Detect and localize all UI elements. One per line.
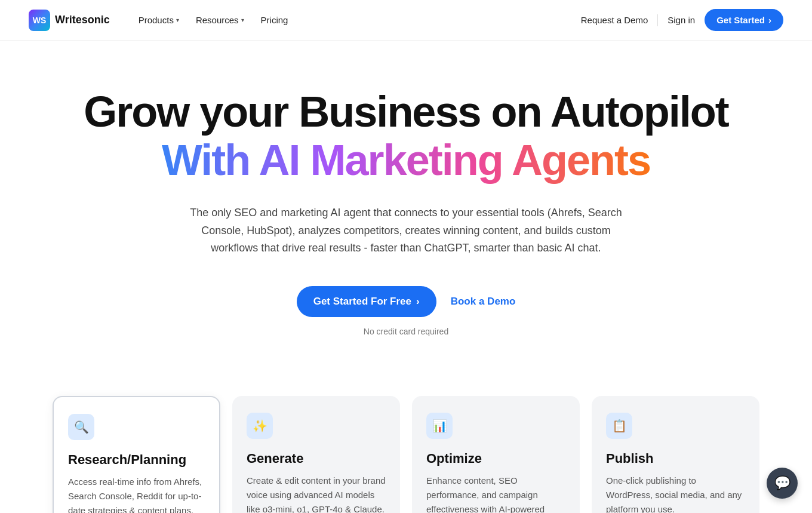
get-started-button[interactable]: Get Started › bbox=[705, 9, 783, 31]
card-research-title: Research/Planning bbox=[68, 452, 205, 468]
card-publish-desc: One-click publishing to WordPress, socia… bbox=[606, 474, 745, 513]
sign-in-link[interactable]: Sign in bbox=[668, 15, 695, 25]
nav-link-resources[interactable]: Resources ▾ bbox=[189, 10, 251, 30]
nav-link-pricing[interactable]: Pricing bbox=[254, 10, 296, 30]
nav-right: Request a Demo Sign in Get Started › bbox=[581, 9, 783, 31]
card-publish-title: Publish bbox=[606, 451, 745, 466]
hero-subtitle: The only SEO and marketing AI agent that… bbox=[185, 204, 627, 257]
card-research: 🔍 Research/Planning Access real-time inf… bbox=[53, 396, 220, 513]
nav-products-label: Products bbox=[139, 15, 174, 25]
nav-link-products[interactable]: Products ▾ bbox=[131, 10, 186, 30]
get-started-free-label: Get Started For Free bbox=[313, 296, 411, 308]
card-generate-title: Generate bbox=[247, 451, 386, 466]
hero-buttons: Get Started For Free › Book a Demo bbox=[297, 286, 516, 317]
card-optimize: 📊 Optimize Enhance content, SEO performa… bbox=[412, 396, 580, 513]
nav-divider bbox=[657, 14, 658, 26]
generate-icon: ✨ bbox=[247, 413, 273, 439]
hero-section: Grow your Business on Autopilot With AI … bbox=[0, 41, 812, 372]
arrow-icon: › bbox=[768, 15, 771, 25]
card-research-desc: Access real-time info from Ahrefs, Searc… bbox=[68, 475, 205, 513]
navbar: WS Writesonic Products ▾ Resources ▾ Pri… bbox=[0, 0, 812, 41]
research-icon: 🔍 bbox=[68, 414, 94, 440]
optimize-icon: 📊 bbox=[426, 413, 453, 439]
publish-icon: 📋 bbox=[606, 413, 632, 439]
hero-title: Grow your Business on Autopilot With AI … bbox=[84, 88, 728, 185]
hero-note: No credit card required bbox=[364, 327, 448, 336]
get-started-label: Get Started bbox=[716, 15, 765, 25]
hero-title-line2: With AI Marketing Agents bbox=[162, 136, 650, 184]
nav-left: WS Writesonic Products ▾ Resources ▾ Pri… bbox=[29, 10, 295, 31]
get-started-free-button[interactable]: Get Started For Free › bbox=[297, 286, 436, 317]
card-optimize-title: Optimize bbox=[426, 451, 565, 466]
request-demo-link[interactable]: Request a Demo bbox=[581, 15, 648, 25]
card-publish: 📋 Publish One-click publishing to WordPr… bbox=[592, 396, 759, 513]
logo-text: Writesonic bbox=[55, 14, 110, 26]
nav-pricing-label: Pricing bbox=[261, 15, 288, 25]
chat-widget-button[interactable]: 💬 bbox=[767, 468, 798, 499]
logo-icon: WS bbox=[29, 10, 50, 31]
chat-icon: 💬 bbox=[774, 475, 791, 491]
feature-cards: 🔍 Research/Planning Access real-time inf… bbox=[24, 372, 788, 513]
logo-link[interactable]: WS Writesonic bbox=[29, 10, 110, 31]
chevron-down-icon: ▾ bbox=[176, 17, 179, 23]
card-optimize-desc: Enhance content, SEO performance, and ca… bbox=[426, 474, 565, 513]
hero-title-line1: Grow your Business on Autopilot bbox=[84, 88, 728, 136]
arrow-icon: › bbox=[416, 296, 420, 308]
card-generate: ✨ Generate Create & edit content in your… bbox=[232, 396, 400, 513]
card-generate-desc: Create & edit content in your brand voic… bbox=[247, 474, 386, 513]
book-demo-button[interactable]: Book a Demo bbox=[451, 296, 516, 308]
chevron-down-icon: ▾ bbox=[241, 17, 244, 23]
nav-links: Products ▾ Resources ▾ Pricing bbox=[131, 10, 296, 30]
nav-resources-label: Resources bbox=[196, 15, 239, 25]
